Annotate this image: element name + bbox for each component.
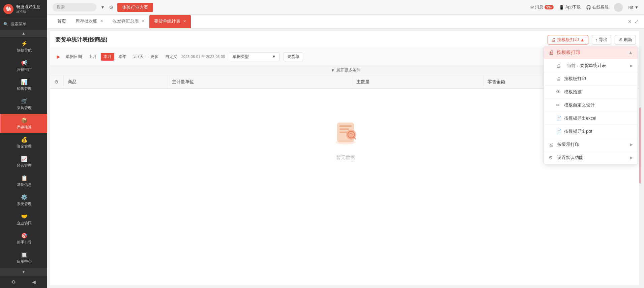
empty-state-illustration	[329, 116, 362, 149]
apps-icon: 🔲	[21, 252, 28, 258]
sidebar-item-quick-nav[interactable]: ⚡ 快捷导航	[0, 37, 47, 56]
date-btn-more[interactable]: 更多	[148, 53, 161, 61]
newbie-icon: 🎯	[21, 232, 28, 239]
sidebar-item-operations[interactable]: 📈 经营管理	[0, 152, 47, 171]
dropdown-item-template-design[interactable]: ✏ 模板自定义设计	[544, 99, 638, 112]
refresh-btn[interactable]: ↺ 刷新	[615, 35, 636, 44]
date-btn-this-month[interactable]: 本月	[101, 53, 114, 61]
date-range-display: 2023-06-01 至 2023-06-30	[181, 54, 225, 59]
scroll-up-btn[interactable]: ▲	[0, 30, 47, 37]
logo-text: 畅捷通好生意 标准版	[16, 4, 40, 14]
messages-btn[interactable]: ✉ 消息 99+	[530, 4, 554, 10]
corp-icon: 🤝	[21, 213, 28, 220]
service-icon: 🎧	[586, 5, 591, 10]
date-btn-custom[interactable]: 自定义	[163, 53, 180, 61]
expand-icon: ▼	[331, 68, 335, 73]
app-download-btn[interactable]: 📱 App下载	[559, 4, 581, 10]
expand-more-btn[interactable]: ▼ 展开更多条件	[331, 67, 360, 73]
refresh-icon: ↺	[618, 37, 622, 42]
tab-receipt-summary[interactable]: 收发存汇总表 ✕	[108, 15, 149, 28]
avatar[interactable]	[614, 3, 623, 12]
order-type-select[interactable]: 单据类型 ▼	[229, 52, 280, 61]
column-settings-icon[interactable]: ⚙	[54, 79, 59, 85]
purchase-icon: 🛒	[21, 98, 28, 104]
dropdown-item-template-pdf[interactable]: 📄 按模板导出pdf	[544, 125, 638, 138]
print-btn[interactable]: 🖨 按模板打印 ▲	[548, 35, 588, 44]
sidebar-item-newbie[interactable]: 🎯 新手引导	[0, 229, 47, 248]
print-chevron-up-icon: ▲	[580, 37, 585, 42]
template-pdf-icon: 📄	[556, 129, 561, 134]
tab-order-stats[interactable]: 要货单统计表 ✕	[149, 15, 191, 28]
dropdown-item-current[interactable]: 🖨 当前：要货单统计表 ▶	[544, 59, 638, 72]
sidebar-item-purchase[interactable]: 🛒 采购管理	[0, 95, 47, 114]
tab-close-all-btn[interactable]: ✕	[628, 19, 632, 24]
dropdown-item-template-print[interactable]: 🖨 按模板打印	[544, 72, 638, 86]
sidebar-item-system[interactable]: ⚙️ 系统管理	[0, 191, 47, 210]
default-func-chevron-icon: ▶	[630, 155, 633, 160]
page-content: 要货单统计表(按商品) 🖨 按模板打印 ▲ ↑ 导出 ↺ 刷新 ▶	[50, 31, 641, 285]
svg-rect-4	[339, 132, 347, 133]
filter-expand-toggle[interactable]: ▶	[55, 53, 62, 60]
tab-receipt-summary-close[interactable]: ✕	[142, 19, 145, 23]
dropdown-item-display-print[interactable]: 🖨 按显示打印 ▶	[544, 138, 638, 151]
sidebar-item-inventory[interactable]: 📦 库存核算	[0, 114, 47, 133]
template-print-icon: 🖨	[556, 76, 561, 82]
username-display[interactable]: Rit ▼	[628, 5, 639, 10]
sidebar-item-apps[interactable]: 🔲 应用中心	[0, 248, 47, 267]
table-col-quantity: 主数量	[352, 75, 484, 89]
search-icon: 🔍	[3, 22, 8, 27]
scrollbar-thumb[interactable]	[639, 107, 641, 184]
topbar-gear-icon[interactable]: ⚙	[109, 4, 113, 10]
date-filter-label: 单据日期	[66, 54, 82, 60]
export-icon: ↑	[595, 37, 598, 42]
template-excel-icon: 📄	[556, 116, 561, 121]
sidebar-search[interactable]: 🔍 搜索菜单	[0, 19, 47, 30]
tab-maximize-btn[interactable]: ⤢	[635, 19, 639, 24]
dropdown-close-btn[interactable]: ▲	[628, 50, 633, 55]
tab-order-stats-close[interactable]: ✕	[183, 19, 186, 24]
dropdown-header: 🖨 按模板打印 ▲	[544, 46, 638, 59]
table-col-settings[interactable]: ⚙	[50, 75, 63, 89]
date-btn-last-month[interactable]: 上月	[86, 53, 99, 61]
topbar-search-display[interactable]: 搜索	[53, 3, 96, 11]
topbar-dropdown[interactable]: ▼	[100, 5, 105, 10]
message-icon: ✉	[530, 5, 534, 10]
export-btn[interactable]: ↑ 导出	[592, 35, 612, 44]
scroll-down-btn[interactable]: ▼	[0, 268, 47, 276]
tab-home[interactable]: 首页	[53, 15, 71, 28]
order-status-filter[interactable]: 要货单	[284, 52, 303, 61]
sidebar-item-marketing[interactable]: 📢 营销推广	[0, 56, 47, 75]
table-col-product: 商品	[63, 75, 168, 89]
dropdown-item-template-excel[interactable]: 📄 按模板导出excel	[544, 112, 638, 125]
dropdown-item-template-preview[interactable]: 👁 模板预览	[544, 86, 638, 99]
sidebar: 畅 畅捷通好生意 标准版 🔍 搜索菜单 ▲ ⚡ 快捷导航 📢 营销推广 📊 销售…	[0, 0, 47, 288]
sidebar-item-basic[interactable]: 📋 基础信息	[0, 171, 47, 191]
trial-btn[interactable]: 体验行业方案	[117, 3, 153, 12]
inventory-icon: 📦	[21, 117, 28, 124]
current-chevron-icon: ▶	[630, 63, 633, 68]
system-icon: ⚙️	[21, 194, 28, 200]
finance-icon: 💰	[21, 136, 28, 143]
marketing-icon: 📢	[21, 60, 28, 66]
date-btn-last-7[interactable]: 近7天	[130, 53, 146, 61]
date-btn-this-year[interactable]: 本年	[116, 53, 129, 61]
sidebar-settings-btn[interactable]: ⚙	[11, 279, 16, 285]
print-dropdown: 🖨 按模板打印 ▲ 🖨 当前：要货单统计表 ▶ 🖨 按模板打印 👁 模板预览	[544, 46, 638, 164]
messages-badge: 99+	[545, 5, 554, 9]
tab-inventory-batch-close[interactable]: ✕	[100, 19, 103, 23]
sidebar-item-sales[interactable]: 📊 销售管理	[0, 75, 47, 95]
sidebar-item-corp[interactable]: 🤝 企业协同	[0, 210, 47, 229]
online-service-btn[interactable]: 🎧 在线客服	[586, 4, 609, 10]
tab-inventory-batch[interactable]: 库存批次账 ✕	[71, 15, 108, 28]
sidebar-nav: ⚡ 快捷导航 📢 营销推广 📊 销售管理 🛒 采购管理 📦 库存核算 💰 资金管…	[0, 37, 47, 268]
sidebar-collapse-btn[interactable]: ◀	[32, 279, 36, 285]
printer-icon: 🖨	[551, 37, 556, 42]
template-design-icon: ✏	[556, 102, 561, 108]
dropdown-printer-icon: 🖨	[549, 50, 554, 56]
dropdown-title: 按模板打印	[557, 50, 580, 56]
default-func-icon: ⚙	[549, 155, 553, 160]
quick-nav-icon: ⚡	[21, 40, 28, 47]
dropdown-item-default-func[interactable]: ⚙ 设置默认功能 ▶	[544, 151, 638, 164]
sidebar-item-finance[interactable]: 💰 资金管理	[0, 133, 47, 152]
scrollbar-track	[639, 31, 641, 285]
